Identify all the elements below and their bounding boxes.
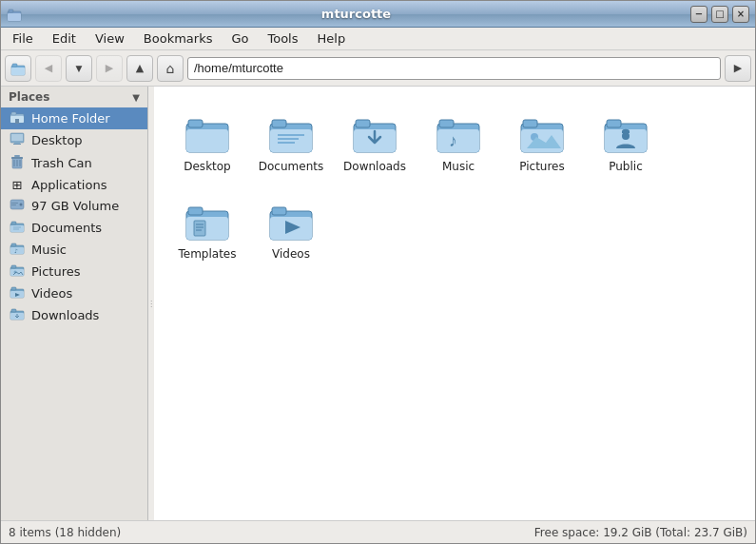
sidebar-item-home-label: Home Folder bbox=[31, 111, 110, 126]
main-area: Places ▼ Home Folder bbox=[1, 87, 755, 520]
sidebar-item-documents-label: Documents bbox=[31, 221, 102, 235]
documents-folder-icon bbox=[268, 110, 314, 156]
menu-go[interactable]: Go bbox=[223, 29, 256, 48]
svg-rect-48 bbox=[272, 120, 286, 127]
sidebar: Places ▼ Home Folder bbox=[1, 87, 148, 520]
file-item-pictures-label: Pictures bbox=[519, 160, 565, 173]
svg-text:♪: ♪ bbox=[449, 131, 457, 150]
file-grid: Desktop Documents bbox=[169, 102, 740, 269]
menu-edit[interactable]: Edit bbox=[45, 29, 84, 48]
app-icon bbox=[7, 7, 22, 22]
back-dropdown[interactable]: ▼ bbox=[66, 55, 92, 82]
menu-bookmarks[interactable]: Bookmarks bbox=[136, 29, 221, 48]
desktop-folder-icon bbox=[184, 110, 230, 156]
svg-rect-4 bbox=[11, 68, 25, 75]
svg-rect-70 bbox=[194, 221, 205, 236]
back-button[interactable]: ◀ bbox=[35, 55, 62, 82]
svg-rect-56 bbox=[437, 129, 479, 152]
window: mturcotte − □ × File Edit View Bookmarks… bbox=[0, 0, 756, 544]
location-input[interactable] bbox=[187, 57, 721, 80]
downloads-folder-icon bbox=[352, 110, 397, 156]
svg-rect-21 bbox=[11, 203, 18, 204]
sidebar-item-desktop[interactable]: Desktop bbox=[1, 129, 147, 151]
sidebar-header[interactable]: Places ▼ bbox=[1, 87, 147, 107]
svg-rect-30 bbox=[11, 243, 16, 246]
svg-rect-12 bbox=[13, 144, 21, 145]
titlebar-buttons: − □ × bbox=[690, 6, 749, 23]
file-item-videos[interactable]: Videos bbox=[253, 189, 329, 269]
sidebar-item-trash-label: Trash Can bbox=[31, 156, 92, 170]
svg-rect-42 bbox=[11, 309, 16, 312]
sidebar-item-documents[interactable]: Documents bbox=[1, 217, 147, 239]
sidebar-item-applications[interactable]: ⊞ Applications bbox=[1, 175, 147, 195]
svg-rect-45 bbox=[188, 120, 203, 127]
svg-point-20 bbox=[20, 204, 23, 206]
go-button[interactable]: ▶ bbox=[725, 55, 751, 82]
home-button[interactable]: ⌂ bbox=[157, 55, 184, 82]
file-item-music[interactable]: ♪ Music bbox=[420, 102, 496, 182]
file-item-public[interactable]: Public bbox=[588, 102, 664, 182]
svg-rect-1 bbox=[8, 13, 21, 21]
minimize-button[interactable]: − bbox=[690, 6, 708, 23]
window-title: mturcotte bbox=[22, 7, 690, 21]
statusbar-left: 8 items (18 hidden) bbox=[9, 526, 121, 539]
forward-button[interactable]: ▶ bbox=[96, 55, 123, 82]
svg-rect-8 bbox=[11, 112, 16, 115]
svg-rect-5 bbox=[12, 64, 17, 67]
menu-help[interactable]: Help bbox=[310, 29, 354, 48]
titlebar: mturcotte − □ × bbox=[1, 1, 755, 28]
music-folder-icon: ♪ bbox=[436, 110, 481, 156]
pictures-folder-icon bbox=[519, 110, 565, 156]
downloads-icon bbox=[9, 307, 26, 323]
svg-rect-15 bbox=[14, 155, 20, 157]
sidebar-item-home[interactable]: Home Folder bbox=[1, 107, 147, 129]
menubar: File Edit View Bookmarks Go Tools Help bbox=[1, 28, 755, 50]
statusbar-right: Free space: 19.2 GiB (Total: 23.7 GiB) bbox=[534, 526, 747, 539]
file-item-downloads[interactable]: Downloads bbox=[337, 102, 413, 182]
file-item-documents[interactable]: Documents bbox=[253, 102, 329, 182]
file-item-desktop-label: Desktop bbox=[184, 160, 231, 173]
close-button[interactable]: × bbox=[732, 6, 749, 23]
drive-icon bbox=[9, 198, 26, 214]
menu-tools[interactable]: Tools bbox=[260, 29, 305, 48]
desktop-icon bbox=[9, 132, 26, 148]
svg-point-66 bbox=[622, 132, 630, 140]
file-item-downloads-label: Downloads bbox=[343, 160, 406, 173]
svg-rect-25 bbox=[11, 222, 16, 224]
home-icon bbox=[9, 110, 26, 126]
home-nav-icon[interactable] bbox=[5, 55, 31, 82]
up-button[interactable]: ▲ bbox=[126, 55, 153, 82]
file-item-videos-label: Videos bbox=[272, 247, 310, 261]
svg-rect-76 bbox=[272, 207, 286, 215]
file-item-templates[interactable]: Templates bbox=[169, 189, 245, 269]
file-item-desktop[interactable]: Desktop bbox=[169, 102, 245, 182]
maximize-button[interactable]: □ bbox=[711, 6, 728, 23]
svg-text:♪: ♪ bbox=[14, 247, 18, 254]
public-folder-icon bbox=[603, 110, 649, 156]
menu-view[interactable]: View bbox=[87, 29, 132, 48]
svg-rect-22 bbox=[11, 204, 16, 205]
file-item-pictures[interactable]: Pictures bbox=[504, 102, 580, 182]
sidebar-item-97gb-label: 97 GB Volume bbox=[31, 199, 119, 213]
svg-rect-68 bbox=[186, 217, 228, 240]
templates-folder-icon bbox=[184, 198, 230, 243]
menu-file[interactable]: File bbox=[5, 29, 41, 48]
svg-rect-44 bbox=[186, 129, 228, 152]
sidebar-item-music[interactable]: ♪ Music bbox=[1, 239, 147, 261]
sidebar-item-downloads[interactable]: Downloads bbox=[1, 304, 147, 326]
documents-icon bbox=[9, 220, 26, 236]
toolbar: ◀ ▼ ▶ ▲ ⌂ ▶ bbox=[1, 50, 755, 87]
statusbar: 8 items (18 hidden) Free space: 19.2 GiB… bbox=[1, 520, 755, 543]
file-item-templates-label: Templates bbox=[178, 247, 236, 261]
sidebar-item-pictures[interactable]: Pictures bbox=[1, 261, 147, 282]
svg-rect-69 bbox=[188, 207, 203, 215]
svg-rect-34 bbox=[11, 265, 16, 268]
sidebar-item-trash[interactable]: Trash Can bbox=[1, 151, 147, 175]
sidebar-item-videos[interactable]: Videos bbox=[1, 282, 147, 304]
content-area: Desktop Documents bbox=[154, 87, 755, 520]
videos-icon bbox=[9, 285, 26, 301]
svg-rect-61 bbox=[523, 120, 537, 127]
file-item-documents-label: Documents bbox=[259, 160, 323, 173]
sidebar-item-videos-label: Videos bbox=[31, 286, 72, 301]
sidebar-item-97gb[interactable]: 97 GB Volume bbox=[1, 195, 147, 217]
